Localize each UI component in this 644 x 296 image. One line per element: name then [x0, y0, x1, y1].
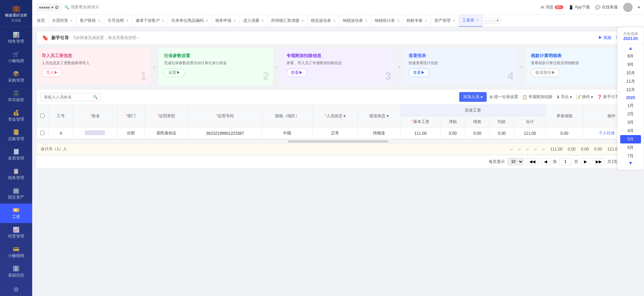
last-page-button[interactable]: ▶▶ — [593, 158, 605, 165]
tab-invite[interactable]: 邀请下游客户 ✕ — [132, 15, 168, 27]
month-item-3[interactable]: 3月 — [618, 118, 644, 127]
social-security-settings[interactable]: ⚙ 统一社保设置 — [489, 94, 518, 100]
personal-social-security-link[interactable]: 个人社保 — [599, 131, 615, 135]
sidebar-item-sales[interactable]: 📊 销售管理 — [0, 28, 32, 48]
sidebar-item-ecommerce[interactable]: 🛒 小畅电商 — [0, 48, 32, 67]
tab-home[interactable]: 首页 — [34, 15, 49, 27]
user-menu[interactable]: ▾ — [638, 5, 640, 10]
company-selector[interactable]: ■■■■■ ▾ ⚙ — [36, 3, 62, 11]
sidebar-item-finance[interactable]: 💰 资金管理 — [0, 106, 32, 126]
tab-invite-close[interactable]: ✕ — [162, 19, 164, 23]
tab-guide-desc-close[interactable]: ✕ — [126, 19, 128, 23]
month-item-9[interactable]: 9月 — [618, 60, 644, 69]
sidebar-item-payroll[interactable]: 💴 工资 — [0, 204, 32, 223]
export-button[interactable]: ⬇ 导出 ▾ — [556, 94, 572, 100]
tab-close-all[interactable]: ✕ — [494, 17, 501, 24]
tab-tax-payment[interactable]: 纳税波动表 ✕ — [339, 15, 371, 27]
scrollbar-thumb[interactable] — [288, 140, 388, 142]
tabbar: 首页 分层经营 ✕ 客户联络 ✕ 引导说明 ✕ 邀请下游客户 ✕ 往来单位商品编… — [32, 15, 644, 27]
guide-video-link[interactable]: ▶ 视频 — [598, 35, 611, 41]
tab-guide-desc[interactable]: 引导说明 ✕ — [104, 15, 132, 27]
search-input[interactable] — [44, 95, 92, 99]
tab-tax-expert[interactable]: 税检专家 ✕ — [403, 15, 431, 27]
month-nav-up[interactable]: ▲ — [628, 45, 633, 51]
month-item-6[interactable]: 6月 — [618, 143, 644, 152]
sidebar-item-purchase[interactable]: 📦 采购管理 — [0, 67, 32, 87]
sidebar-item-tax[interactable]: 📋 税务管理 — [0, 165, 32, 184]
newbie-guide-button[interactable]: ❓ 新手引导 — [597, 94, 619, 100]
tab-home-label: 首页 — [37, 18, 45, 24]
app-download-button[interactable]: 📱 App下载 — [569, 4, 590, 10]
tab-layered[interactable]: 分层经营 ✕ — [49, 15, 76, 27]
tab-layered-close[interactable]: ✕ — [70, 19, 73, 23]
tab-tax-report-close[interactable]: ✕ — [233, 19, 236, 23]
step-5-button[interactable]: 敬请期待▶ — [531, 69, 560, 77]
message-button[interactable]: ✉ 消息 99+ — [541, 4, 563, 10]
online-service-button[interactable]: 💬 在线客服 — [595, 4, 618, 10]
tab-tax-burden-close[interactable]: ✕ — [333, 19, 336, 23]
tab-scroll-right[interactable]: › — [489, 18, 494, 24]
month-item-2[interactable]: 2月 — [618, 110, 644, 118]
tab-tax-expert-close[interactable]: ✕ — [425, 19, 427, 23]
sidebar-item-expense[interactable]: 💳 小畅报销 — [0, 243, 32, 262]
tab-clearance[interactable]: 进入清册 ✕ — [240, 15, 268, 27]
month-item-4[interactable]: 4月 — [618, 127, 644, 135]
month-item-1[interactable]: 1月 — [618, 101, 644, 110]
horizontal-scrollbar[interactable] — [36, 139, 640, 143]
sidebar-item-operations[interactable]: 📈 经营管理 — [0, 223, 32, 243]
tab-payroll-close[interactable]: ✕ — [476, 18, 479, 22]
tab-scroll-left[interactable]: ‹ — [484, 18, 489, 24]
tab-tax-stat-close[interactable]: ✕ — [397, 19, 399, 23]
sidebar-item-invoice[interactable]: 🧾 发票管理 — [0, 145, 32, 165]
search-wrap[interactable]: 🔍 — [41, 93, 101, 101]
settings-icon[interactable]: ⚙ — [13, 286, 19, 293]
next-page-button[interactable]: ▶ — [581, 158, 590, 165]
page-number-input[interactable] — [559, 158, 572, 165]
tab-payroll[interactable]: 工资表 ✕ — [459, 15, 483, 27]
settings-gear-icon[interactable]: ⚙ — [55, 5, 59, 10]
tab-contact[interactable]: 客户联络 ✕ — [76, 15, 104, 27]
add-employee-button[interactable]: 添加人员 ▾ — [459, 92, 487, 102]
app-download-label: App下载 — [575, 4, 590, 10]
row-select-checkbox[interactable] — [40, 131, 45, 135]
sidebar-item-inventory[interactable]: 🗄️ 库存核算 — [0, 87, 32, 106]
month-item-8[interactable]: 8月 — [618, 52, 644, 60]
sidebar-item-basic[interactable]: ℹ️ 基础信息 — [0, 262, 32, 282]
month-item-5[interactable]: 5月 — [620, 135, 641, 143]
tab-product-code[interactable]: 往来单位商品编码 ✕ — [168, 15, 212, 27]
month-item-11[interactable]: 11月 — [618, 77, 644, 86]
tab-tax-stat[interactable]: 纳税统计表 ✕ — [371, 15, 403, 27]
tab-assets-mgmt[interactable]: 资产管理 ✕ — [431, 15, 459, 27]
first-page-button[interactable]: ◀◀ — [526, 158, 538, 165]
tab-product-code-close[interactable]: ✕ — [206, 19, 208, 23]
month-item-7[interactable]: 7月 — [618, 152, 644, 160]
main-wrap: ■■■■■ ▾ ⚙ 🔍 我要看实例演示 ✉ 消息 99+ 📱 App下载 💬 在… — [32, 0, 644, 296]
step-1-button[interactable]: 导入▶ — [42, 69, 62, 77]
month-item-12[interactable]: 12月 — [618, 86, 644, 94]
sidebar-item-assets[interactable]: 🏢 固定资产 — [0, 184, 32, 204]
step-4-button[interactable]: 查看▶ — [409, 69, 429, 77]
step-3-button[interactable]: 查看▶ — [286, 69, 307, 77]
month-item-10[interactable]: 10月 — [618, 69, 644, 77]
select-all-checkbox[interactable] — [40, 114, 45, 118]
sales-icon: 📊 — [13, 32, 19, 38]
tab-tax-report[interactable]: 税务申报 ✕ — [212, 15, 240, 27]
tab-assets-mgmt-close[interactable]: ✕ — [452, 19, 455, 23]
month-nav-down-btn[interactable]: ▼ — [628, 160, 633, 166]
tab-tax-burden[interactable]: 税负波动表 ✕ — [308, 15, 339, 27]
operations-button[interactable]: 📝 操作 ▾ — [576, 94, 593, 100]
per-page-select[interactable]: 10 20 50 — [507, 158, 524, 165]
tab-clearance-close[interactable]: ✕ — [261, 19, 264, 23]
prev-page-button[interactable]: ◀ — [541, 158, 550, 165]
sidebar-item-ledger[interactable]: 📒 总账管理 — [0, 126, 32, 145]
tab-income-tax-close[interactable]: ✕ — [301, 19, 304, 23]
step-2-button[interactable]: 设置▶ — [164, 69, 185, 77]
tab-tax-payment-close[interactable]: ✕ — [365, 19, 368, 23]
special-deduction-button[interactable]: 📋 专项附加扣除 — [522, 94, 552, 100]
user-avatar[interactable] — [623, 3, 633, 12]
demo-search[interactable]: 🔍 我要看实例演示 — [64, 4, 99, 10]
month-panel-year[interactable]: 2023.05 — [618, 36, 644, 41]
tab-income-tax[interactable]: 所得税汇算清缴 ✕ — [268, 15, 308, 27]
footer-dash-5: -- — [539, 147, 547, 152]
tab-contact-close[interactable]: ✕ — [98, 19, 101, 23]
